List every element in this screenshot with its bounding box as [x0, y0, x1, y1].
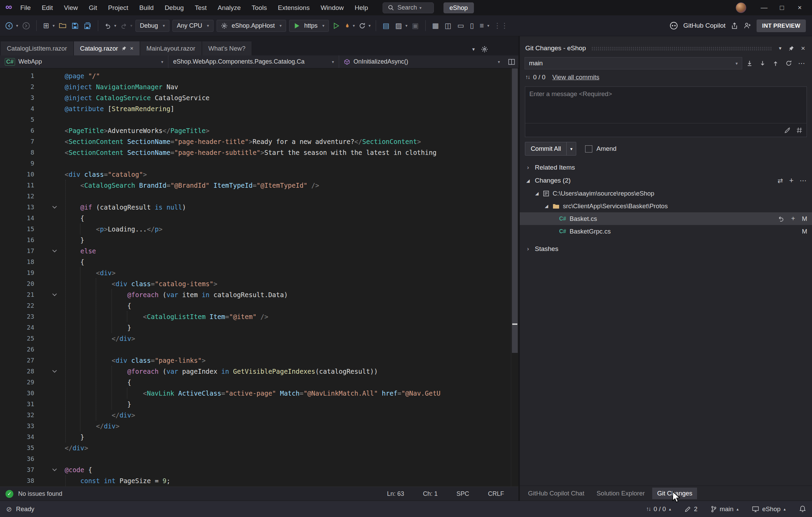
code-line[interactable]: 17 else — [0, 246, 511, 256]
code-line[interactable]: 16 } — [0, 235, 511, 246]
device-preview-icon[interactable]: ▯ — [468, 19, 475, 32]
navigate-forward-button[interactable] — [21, 19, 31, 32]
close-button[interactable]: × — [791, 0, 809, 15]
code-line[interactable]: 11 <CatalogSearch BrandId="@BrandId" Ite… — [0, 180, 511, 191]
editor-settings-gear-icon[interactable] — [481, 46, 488, 53]
pin-icon[interactable] — [787, 45, 796, 51]
code-line[interactable]: 7<SectionContent SectionName="page-heade… — [0, 136, 511, 147]
toolbar-overflow-grip-icon[interactable]: ⋮⋮ — [492, 19, 510, 32]
pull-button[interactable] — [757, 58, 768, 69]
undo-changes-icon[interactable] — [778, 216, 784, 222]
ai-generate-message-icon[interactable] — [784, 127, 791, 134]
related-items-section[interactable]: › Related Items — [520, 161, 812, 174]
code-line[interactable]: 1@page "/" — [0, 70, 511, 81]
tab-cataloglistitem-razor[interactable]: CatalogListItem.razor — [1, 41, 73, 55]
push-button[interactable] — [770, 58, 781, 69]
code-line[interactable]: 9 — [0, 158, 511, 169]
code-line[interactable]: 29 { — [0, 377, 511, 388]
panel-tab-github-copilot-chat[interactable]: GitHub Copilot Chat — [523, 488, 589, 499]
menu-debug[interactable]: Debug — [159, 0, 189, 15]
code-line[interactable]: 24 } — [0, 322, 511, 333]
close-panel-icon[interactable]: × — [800, 44, 807, 52]
stage-all-icon[interactable]: + — [789, 176, 794, 185]
web-preview-icon[interactable]: ▭ — [456, 19, 465, 32]
code-line[interactable]: 25 </div> — [0, 333, 511, 344]
branch-selector-dropdown[interactable]: main ▾ — [525, 57, 742, 69]
code-line[interactable]: 18 { — [0, 256, 511, 267]
status-current-branch[interactable]: main ▴ — [711, 505, 738, 513]
menu-tools[interactable]: Tools — [246, 0, 272, 15]
code-line[interactable]: 4@attribute [StreamRendering] — [0, 103, 511, 114]
line-ending-indicator[interactable]: CRLF — [488, 490, 504, 498]
solution-configuration-dropdown[interactable]: Debug ▾ — [136, 20, 169, 32]
chevron-down-icon[interactable]: ▾ — [420, 5, 422, 10]
commit-message-input[interactable] — [525, 87, 807, 123]
more-actions-icon[interactable]: ⋯ — [796, 58, 807, 69]
terminal-icon[interactable]: ▦ — [431, 19, 440, 32]
stashes-section[interactable]: › Stashes — [520, 242, 812, 255]
notifications-bell-icon[interactable] — [799, 505, 806, 513]
type-dropdown[interactable]: eShop.WebApp.Components.Pages.Catalog.Ca… — [168, 55, 339, 68]
code-line[interactable]: 14 { — [0, 213, 511, 224]
tab-list-chevron-icon[interactable]: ▾ — [472, 46, 475, 52]
new-project-icon[interactable]: ⊞ — [42, 19, 51, 32]
compare-icon[interactable]: ⇄ — [777, 177, 783, 185]
preview-changes-icon[interactable]: ▣ — [411, 19, 420, 32]
find-in-files-icon[interactable]: ▤ — [381, 19, 391, 32]
editor-layout-icon[interactable]: ▨ — [394, 19, 403, 32]
commit-all-button[interactable]: Commit All ▾ — [525, 142, 576, 156]
open-folder-icon[interactable] — [58, 19, 67, 32]
hot-reload-chevron-icon[interactable]: ▾ — [353, 23, 355, 28]
layers-chevron-icon[interactable]: ▾ — [487, 23, 489, 28]
issues-status-text[interactable]: No issues found — [18, 490, 62, 498]
layers-icon[interactable]: ≡ — [478, 19, 485, 32]
redo-button[interactable] — [119, 19, 128, 32]
view-all-commits-link[interactable]: View all commits — [552, 74, 599, 81]
fold-chevron-icon[interactable] — [34, 202, 65, 213]
navigate-back-button[interactable] — [4, 19, 14, 32]
menu-window[interactable]: Window — [315, 0, 349, 15]
close-tab-icon[interactable]: × — [130, 45, 133, 52]
code-line[interactable]: 21 @foreach (var item in catalogResult.D… — [0, 289, 511, 300]
hot-reload-icon[interactable] — [344, 19, 351, 32]
code-line[interactable]: 35</div> — [0, 442, 511, 453]
tab-what-s-new[interactable]: What's New? — [202, 41, 252, 55]
code-line[interactable]: 33 </div> — [0, 421, 511, 432]
fold-chevron-icon[interactable] — [34, 246, 65, 256]
minimize-button[interactable]: — — [755, 0, 773, 15]
code-line[interactable]: 20 <div class="catalog-items"> — [0, 278, 511, 289]
status-pending-edits[interactable]: 2 — [685, 505, 697, 513]
code-line[interactable]: 36 — [0, 453, 511, 464]
code-line[interactable]: 5 — [0, 114, 511, 125]
menu-project[interactable]: Project — [103, 0, 134, 15]
int-preview-badge[interactable]: INT PREVIEW — [757, 19, 806, 32]
amend-checkbox[interactable] — [585, 145, 592, 153]
tab-mainlayout-razor[interactable]: MainLayout.razor — [140, 41, 202, 55]
fold-chevron-icon[interactable] — [34, 289, 65, 300]
undo-history-chevron-icon[interactable]: ▾ — [114, 23, 116, 28]
panel-tab-solution-explorer[interactable]: Solution Explorer — [592, 488, 650, 499]
editor-layout-chevron-icon[interactable]: ▾ — [405, 23, 408, 28]
code-line[interactable]: 30 <NavLink ActiveClass="active-page" Ma… — [0, 388, 511, 399]
back-history-chevron-icon[interactable]: ▾ — [16, 23, 18, 28]
changed-file-basket-cs[interactable]: C#Basket.cs+M — [520, 212, 812, 225]
folder-node[interactable]: ◢ src\ClientApp\Services\Basket\Protos — [520, 200, 812, 212]
menu-extensions[interactable]: Extensions — [272, 0, 315, 15]
code-line[interactable]: 26 — [0, 344, 511, 355]
code-line[interactable]: 31 } — [0, 399, 511, 410]
redo-history-chevron-icon[interactable]: ▾ — [130, 23, 132, 28]
save-button[interactable] — [70, 19, 80, 32]
fold-chevron-icon[interactable] — [34, 464, 65, 475]
undo-button[interactable] — [103, 19, 112, 32]
user-avatar[interactable] — [736, 2, 746, 13]
insert-work-item-icon[interactable] — [796, 127, 802, 133]
solution-platform-dropdown[interactable]: Any CPU ▾ — [172, 20, 214, 32]
startup-project-dropdown[interactable]: eShop.AppHost ▾ — [217, 20, 286, 32]
code-line[interactable]: 3@inject CatalogService CatalogService — [0, 92, 511, 103]
menu-git[interactable]: Git — [83, 0, 102, 15]
project-dropdown[interactable]: C# WebApp ▾ — [0, 55, 168, 68]
github-copilot-icon[interactable] — [670, 22, 678, 30]
status-sync-counts[interactable]: ↑↓ 0 / 0 ▴ — [646, 505, 671, 513]
refresh-button[interactable] — [783, 58, 794, 69]
share-icon[interactable] — [731, 22, 738, 29]
